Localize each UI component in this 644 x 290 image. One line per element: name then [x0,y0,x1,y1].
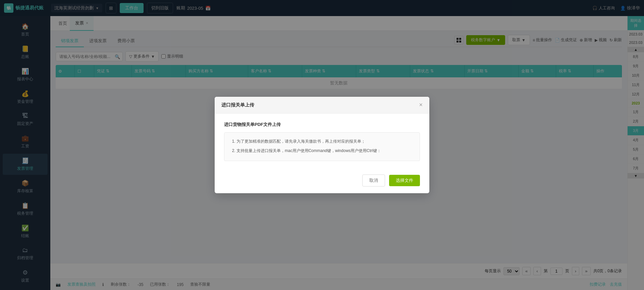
modal-footer: 取消 选择文件 [215,169,429,193]
modal-body: 进口货物报关单PDF文件上传 为了更加精准的数据匹配，请先录入海关缴款书，再上传… [215,114,429,169]
modal-overlay[interactable]: 进口报关单上传 × 进口货物报关单PDF文件上传 为了更加精准的数据匹配，请先录… [0,0,644,290]
modal-cancel-button[interactable]: 取消 [362,174,385,187]
modal-header: 进口报关单上传 × [215,97,429,114]
modal-info-box: 为了更加精准的数据匹配，请先录入海关缴款书，再上传对应的报关单； 支持批量上传进… [224,132,420,161]
modal-select-file-button[interactable]: 选择文件 [389,175,420,186]
modal-close-button[interactable]: × [419,101,423,108]
import-customs-modal: 进口报关单上传 × 进口货物报关单PDF文件上传 为了更加精准的数据匹配，请先录… [215,97,429,193]
modal-info-item-1: 支持批量上传进口报关单，mac用户使用Command键，windows用户使用C… [236,147,414,155]
modal-info-item-0: 为了更加精准的数据匹配，请先录入海关缴款书，再上传对应的报关单； [236,137,414,145]
modal-section-title: 进口货物报关单PDF文件上传 [224,122,420,128]
modal-title: 进口报关单上传 [221,102,254,108]
